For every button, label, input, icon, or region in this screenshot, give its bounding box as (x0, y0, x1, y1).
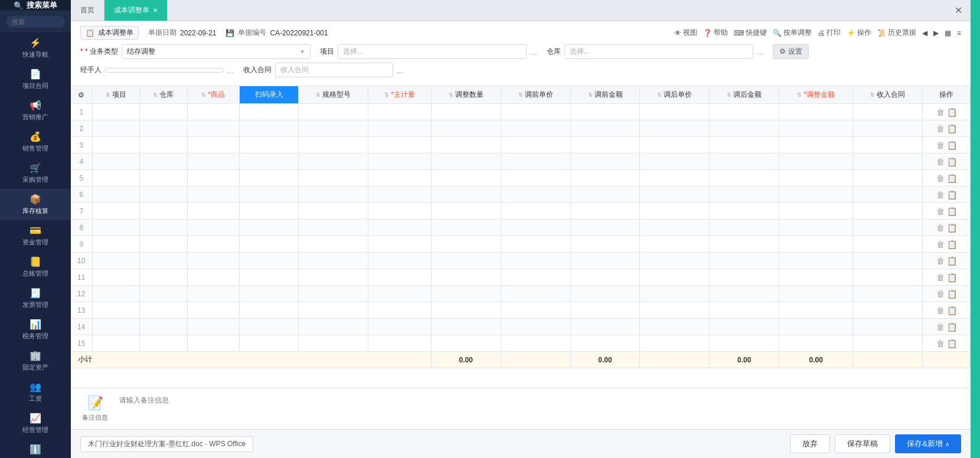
handler-input[interactable] (105, 68, 223, 73)
cell-before-amount-13[interactable] (570, 302, 640, 319)
project-select[interactable]: 选择... (338, 44, 527, 59)
sidebar-item-ledger[interactable]: 📒总账管理 (0, 251, 71, 283)
cell-project-10[interactable] (92, 253, 140, 269)
cell-warehouse-6[interactable] (140, 187, 188, 203)
cell-before-amount-10[interactable] (570, 253, 640, 269)
cell-product-2[interactable] (187, 120, 239, 137)
cell-before-price-11[interactable] (501, 269, 570, 286)
notes-textarea[interactable] (117, 393, 961, 414)
cell-income-contract-6[interactable] (853, 187, 923, 203)
cell-after-amount-7[interactable] (710, 203, 779, 220)
cell-adjust-amount-13[interactable] (779, 302, 853, 319)
cell-product-13[interactable] (187, 302, 239, 319)
cell-project-6[interactable] (92, 187, 140, 203)
cell-spec-11[interactable] (299, 269, 368, 286)
cell-income-contract-7[interactable] (853, 203, 923, 220)
cell-scan-13[interactable] (239, 302, 299, 319)
cell-income-contract-3[interactable] (853, 137, 923, 153)
cell-after-price-8[interactable] (640, 220, 710, 236)
cell-adjust-amount-12[interactable] (779, 286, 853, 302)
cell-unit-8[interactable] (368, 220, 432, 236)
cell-adjust-qty-1[interactable] (431, 104, 501, 120)
cell-after-price-10[interactable] (640, 253, 710, 269)
cell-adjust-amount-7[interactable] (779, 203, 853, 220)
cell-warehouse-9[interactable] (140, 236, 188, 253)
delete-icon-9[interactable]: 🗑 (936, 240, 945, 249)
cell-adjust-qty-10[interactable] (431, 253, 501, 269)
delete-icon-15[interactable]: 🗑 (936, 339, 945, 348)
cell-product-8[interactable] (187, 220, 239, 236)
copy-icon-12[interactable]: 📋 (947, 289, 957, 299)
cell-before-price-8[interactable] (501, 220, 570, 236)
cell-adjust-qty-9[interactable] (431, 236, 501, 253)
cell-after-amount-5[interactable] (710, 170, 779, 187)
sidebar-item-ops-mgmt[interactable]: 📈经营管理 (0, 408, 71, 439)
cell-after-price-4[interactable] (640, 153, 710, 170)
cell-unit-9[interactable] (368, 236, 432, 253)
cell-adjust-amount-5[interactable] (779, 170, 853, 187)
copy-icon-1[interactable]: 📋 (947, 107, 957, 117)
delete-icon-6[interactable]: 🗑 (936, 190, 945, 199)
cell-scan-2[interactable] (239, 120, 299, 137)
cell-spec-9[interactable] (299, 236, 368, 253)
cell-product-4[interactable] (187, 153, 239, 170)
cell-unit-2[interactable] (368, 120, 432, 137)
copy-icon-13[interactable]: 📋 (947, 306, 957, 315)
cell-before-amount-15[interactable] (570, 335, 640, 352)
cell-after-amount-9[interactable] (710, 236, 779, 253)
cell-spec-12[interactable] (299, 286, 368, 302)
cell-product-1[interactable] (187, 104, 239, 120)
cell-adjust-qty-8[interactable] (431, 220, 501, 236)
delete-icon-2[interactable]: 🗑 (936, 124, 945, 133)
taskbar-item[interactable]: 木门行业好业财处理方案-墨红红.doc - WPS Office (80, 436, 253, 452)
cell-adjust-qty-5[interactable] (431, 170, 501, 187)
cell-unit-13[interactable] (368, 302, 432, 319)
sidebar-item-finance[interactable]: 💳资金管理 (0, 220, 71, 251)
settings-button[interactable]: ⚙ 设置 (773, 44, 808, 59)
cell-product-12[interactable] (187, 286, 239, 302)
cell-after-price-1[interactable] (640, 104, 710, 120)
delete-icon-1[interactable]: 🗑 (936, 107, 945, 117)
income-contract-input[interactable]: 收入合同 (275, 63, 393, 77)
cell-adjust-amount-9[interactable] (779, 236, 853, 253)
cell-adjust-qty-2[interactable] (431, 120, 501, 137)
cell-unit-11[interactable] (368, 269, 432, 286)
cell-adjust-amount-15[interactable] (779, 335, 853, 352)
sidebar-item-quick-nav[interactable]: ⚡快速导航 (0, 32, 71, 64)
copy-icon-2[interactable]: 📋 (947, 124, 957, 133)
cell-warehouse-13[interactable] (140, 302, 188, 319)
cell-before-price-10[interactable] (501, 253, 570, 269)
cell-after-price-9[interactable] (640, 236, 710, 253)
cell-project-14[interactable] (92, 319, 140, 335)
sidebar-item-invoice[interactable]: 🧾发票管理 (0, 283, 71, 314)
cell-after-price-14[interactable] (640, 319, 710, 335)
col-gear[interactable]: ⚙ (71, 86, 92, 104)
nav-next[interactable]: ▶ (933, 29, 939, 37)
action-ops[interactable]: ⚡ 操作 (847, 28, 871, 38)
cell-before-amount-5[interactable] (570, 170, 640, 187)
cell-project-7[interactable] (92, 203, 140, 220)
action-audit[interactable]: 🔍 按单调整 (773, 28, 812, 38)
income-contract-dots[interactable]: ... (397, 66, 404, 75)
cell-after-price-12[interactable] (640, 286, 710, 302)
sidebar-item-fixed-assets[interactable]: 🏢固定资产 (0, 345, 71, 377)
cell-adjust-qty-3[interactable] (431, 137, 501, 153)
cell-unit-3[interactable] (368, 137, 432, 153)
window-close-button[interactable]: ✕ (946, 0, 971, 21)
cell-unit-7[interactable] (368, 203, 432, 220)
cell-spec-1[interactable] (299, 104, 368, 120)
tab-cost-adjust-close[interactable]: ✕ (153, 7, 158, 14)
cell-before-price-5[interactable] (501, 170, 570, 187)
delete-icon-7[interactable]: 🗑 (936, 207, 945, 216)
cell-product-11[interactable] (187, 269, 239, 286)
cell-adjust-amount-10[interactable] (779, 253, 853, 269)
cell-before-amount-12[interactable] (570, 286, 640, 302)
action-history[interactable]: 📜 历史票据 (877, 28, 916, 38)
handler-dots[interactable]: ... (227, 66, 234, 75)
cell-unit-15[interactable] (368, 335, 432, 352)
cell-scan-5[interactable] (239, 170, 299, 187)
cell-before-price-13[interactable] (501, 302, 570, 319)
cell-before-amount-4[interactable] (570, 153, 640, 170)
cell-income-contract-1[interactable] (853, 104, 923, 120)
biz-type-select[interactable]: 结存调整 ▼ (122, 44, 311, 59)
